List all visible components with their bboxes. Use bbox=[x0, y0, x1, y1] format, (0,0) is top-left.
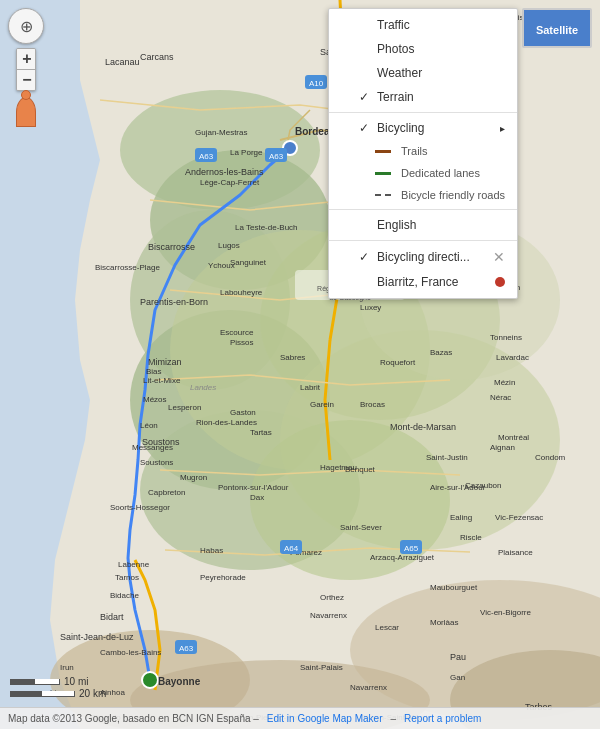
dedicated-lanes-label: Dedicated lanes bbox=[401, 167, 480, 179]
svg-text:Habas: Habas bbox=[200, 546, 223, 555]
svg-text:Bidache: Bidache bbox=[110, 591, 139, 600]
svg-text:Riscle: Riscle bbox=[460, 533, 482, 542]
svg-text:Dax: Dax bbox=[250, 493, 264, 502]
svg-text:Sabres: Sabres bbox=[280, 353, 305, 362]
svg-text:Nérac: Nérac bbox=[490, 393, 511, 402]
svg-text:A10: A10 bbox=[309, 79, 324, 88]
photos-label: Photos bbox=[377, 42, 414, 56]
scale-bar: 10 mi 20 km bbox=[10, 676, 106, 699]
svg-text:Bidart: Bidart bbox=[100, 612, 124, 622]
terrain-layer-item[interactable]: ✓ Terrain bbox=[329, 85, 517, 109]
svg-text:Bias: Bias bbox=[146, 367, 162, 376]
biarritz-item[interactable]: Biarritz, France bbox=[329, 270, 517, 294]
edit-map-link[interactable]: Edit in Google Map Maker bbox=[267, 713, 383, 724]
svg-text:Benquet: Benquet bbox=[345, 465, 376, 474]
traffic-layer-item[interactable]: Traffic bbox=[329, 13, 517, 37]
svg-text:Gan: Gan bbox=[450, 673, 465, 682]
menu-divider-1 bbox=[329, 112, 517, 113]
svg-text:La Teste-de-Buch: La Teste-de-Buch bbox=[235, 223, 298, 232]
svg-text:Lège-Cap-Ferret: Lège-Cap-Ferret bbox=[200, 178, 260, 187]
photos-layer-item[interactable]: Photos bbox=[329, 37, 517, 61]
map-container: Bayonne Bordeaux Lacanau Andernos-les-Ba… bbox=[0, 0, 600, 729]
bicycling-directions-item[interactable]: ✓ Bicycling directi... ✕ bbox=[329, 244, 517, 270]
svg-text:Andernos-les-Bains: Andernos-les-Bains bbox=[185, 167, 264, 177]
street-view-person[interactable] bbox=[16, 97, 36, 127]
svg-text:Capbreton: Capbreton bbox=[148, 488, 185, 497]
bicycle-friendly-label: Bicycle friendly roads bbox=[401, 189, 505, 201]
svg-text:Mugron: Mugron bbox=[180, 473, 207, 482]
svg-text:Bayonne: Bayonne bbox=[158, 676, 201, 687]
svg-text:Soustons: Soustons bbox=[140, 458, 173, 467]
close-bicycling-directions-icon[interactable]: ✕ bbox=[493, 249, 505, 265]
english-language-item[interactable]: English bbox=[329, 213, 517, 237]
trails-sub-item[interactable]: Trails bbox=[329, 140, 517, 162]
bicycle-friendly-sub-item[interactable]: Bicycle friendly roads bbox=[329, 184, 517, 206]
svg-text:Mézin: Mézin bbox=[494, 378, 515, 387]
svg-text:Saint-Justin: Saint-Justin bbox=[426, 453, 468, 462]
svg-text:Peyrehorade: Peyrehorade bbox=[200, 573, 246, 582]
svg-text:Plaisance: Plaisance bbox=[498, 548, 533, 557]
compass-button[interactable]: ⊕ bbox=[8, 8, 44, 44]
svg-text:Ealing: Ealing bbox=[450, 513, 472, 522]
svg-text:Cambo-les-Bains: Cambo-les-Bains bbox=[100, 648, 161, 657]
svg-text:Vic-en-Bigorre: Vic-en-Bigorre bbox=[480, 608, 532, 617]
biarritz-dot-icon bbox=[495, 277, 505, 287]
report-problem-link[interactable]: Report a problem bbox=[404, 713, 481, 724]
svg-text:Vic-Fezensac: Vic-Fezensac bbox=[495, 513, 543, 522]
terrain-label: Terrain bbox=[377, 90, 414, 104]
zoom-controls: + − bbox=[16, 48, 36, 91]
svg-text:Luxey: Luxey bbox=[360, 303, 381, 312]
svg-text:Gujan-Mestras: Gujan-Mestras bbox=[195, 128, 247, 137]
svg-text:La Porge: La Porge bbox=[230, 148, 263, 157]
svg-text:Escource: Escource bbox=[220, 328, 254, 337]
weather-label: Weather bbox=[377, 66, 422, 80]
svg-text:Labenne: Labenne bbox=[118, 560, 150, 569]
svg-text:Aignan: Aignan bbox=[490, 443, 515, 452]
svg-text:Irun: Irun bbox=[60, 663, 74, 672]
bicycling-check: ✓ bbox=[359, 121, 371, 135]
svg-text:Mézos: Mézos bbox=[143, 395, 167, 404]
svg-text:Pau: Pau bbox=[450, 652, 466, 662]
svg-text:Tarnos: Tarnos bbox=[115, 573, 139, 582]
svg-text:Garein: Garein bbox=[310, 400, 334, 409]
data-credit: Map data ©2013 Google, basado en BCN IGN… bbox=[8, 713, 259, 724]
dedicated-lanes-sub-item[interactable]: Dedicated lanes bbox=[329, 162, 517, 184]
satellite-button[interactable]: Satellite bbox=[522, 8, 592, 48]
svg-text:Rion-des-Landes: Rion-des-Landes bbox=[196, 418, 257, 427]
biarritz-label: Biarritz, France bbox=[377, 275, 458, 289]
scale-graphic-km bbox=[10, 691, 75, 697]
svg-text:Biscarrosse: Biscarrosse bbox=[148, 242, 195, 252]
svg-text:Montréal: Montréal bbox=[498, 433, 529, 442]
zoom-in-button[interactable]: + bbox=[17, 49, 36, 69]
layer-menu: Traffic Photos Weather ✓ Terrain ✓ Bicyc… bbox=[328, 8, 518, 299]
svg-text:Messanges: Messanges bbox=[132, 443, 173, 452]
svg-text:Léon: Léon bbox=[140, 421, 158, 430]
svg-text:Labrit: Labrit bbox=[300, 383, 321, 392]
svg-text:Mont-de-Marsan: Mont-de-Marsan bbox=[390, 422, 456, 432]
svg-text:Lesperon: Lesperon bbox=[168, 403, 201, 412]
svg-text:Gaston: Gaston bbox=[230, 408, 256, 417]
bicycling-layer-item[interactable]: ✓ Bicycling ▸ bbox=[329, 116, 517, 140]
zoom-out-button[interactable]: − bbox=[17, 70, 36, 90]
menu-divider-3 bbox=[329, 240, 517, 241]
scale-label-miles: 10 mi bbox=[64, 676, 88, 687]
nav-controls: ⊕ + − bbox=[8, 8, 44, 127]
svg-text:Lavardac: Lavardac bbox=[496, 353, 529, 362]
svg-text:Orthez: Orthez bbox=[320, 593, 344, 602]
weather-layer-item[interactable]: Weather bbox=[329, 61, 517, 85]
svg-text:Brocas: Brocas bbox=[360, 400, 385, 409]
svg-text:Tartas: Tartas bbox=[250, 428, 272, 437]
menu-divider-2 bbox=[329, 209, 517, 210]
svg-text:Lacanau: Lacanau bbox=[105, 57, 140, 67]
svg-text:Cazaubon: Cazaubon bbox=[465, 481, 501, 490]
svg-text:Navarrenx: Navarrenx bbox=[310, 611, 347, 620]
bicycling-label: Bicycling bbox=[377, 121, 424, 135]
svg-text:Tonneins: Tonneins bbox=[490, 333, 522, 342]
svg-text:Saint-Palais: Saint-Palais bbox=[300, 663, 343, 672]
terrain-check: ✓ bbox=[359, 90, 371, 104]
svg-text:Soorts-Hossegor: Soorts-Hossegor bbox=[110, 503, 170, 512]
svg-text:Maubourguet: Maubourguet bbox=[430, 583, 478, 592]
english-label: English bbox=[377, 218, 416, 232]
svg-text:A64: A64 bbox=[284, 544, 299, 553]
svg-text:A63: A63 bbox=[269, 152, 284, 161]
